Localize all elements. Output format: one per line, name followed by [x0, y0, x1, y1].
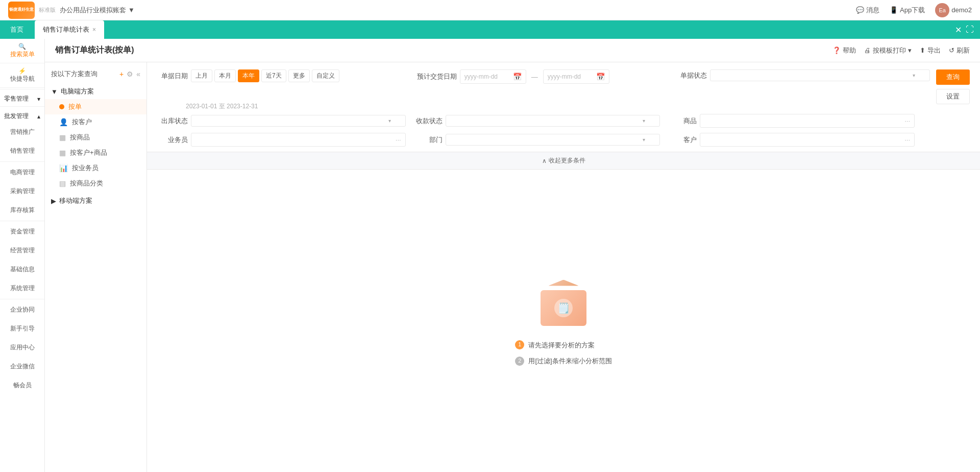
sidebar-item-member[interactable]: 畅会员: [0, 376, 44, 395]
dept-select[interactable]: ▾: [446, 134, 660, 146]
date-btn-more[interactable]: 更多: [288, 69, 310, 82]
logo-text: 畅捷通好生意: [9, 7, 34, 12]
operations-label: 经营管理: [10, 246, 35, 255]
help-button[interactable]: ❓ 帮助: [832, 46, 856, 55]
step2-label: 2: [518, 356, 521, 366]
scheme-panel: 按以下方案查询 + ⚙ « ▼ 电脑端方案 按单: [45, 62, 147, 472]
hint2-text: 用[过滤]条件来缩小分析范围: [528, 355, 611, 367]
date-sep: —: [529, 73, 540, 81]
sidebar-item-operations[interactable]: 经营管理: [0, 241, 44, 260]
scheme-mobile-title[interactable]: ▶ 移动端方案: [45, 193, 146, 208]
calendar-icon-from: 📅: [513, 73, 522, 81]
message-button[interactable]: 💬 消息: [856, 6, 879, 15]
sidebar-item-inventory[interactable]: 库存核算: [0, 201, 44, 220]
date-btn-this-year[interactable]: 本年: [238, 69, 259, 82]
sidebar-item-search-menu[interactable]: 🔍 搜索菜单: [0, 39, 44, 63]
status-select[interactable]: ▾: [710, 69, 930, 81]
sales-label: 销售管理: [10, 147, 35, 155]
window-close-icon[interactable]: ✕: [955, 25, 962, 35]
page-title: 销售订单统计表(按单): [55, 45, 134, 62]
out-status-chevron-icon: ▾: [388, 118, 391, 124]
app-download-label: App下载: [900, 6, 925, 15]
settings-button[interactable]: 设置: [936, 89, 970, 104]
empty-hint-1: 1 请先选择要分析的方案: [515, 339, 611, 351]
quick-nav-icon: ⚡: [2, 67, 42, 75]
sidebar-item-appcenter[interactable]: 应用中心: [0, 338, 44, 357]
sidebar-item-corp[interactable]: 企业协同: [0, 300, 44, 319]
sidebar-item-wholesale[interactable]: 批发管理 ▴: [0, 108, 44, 123]
scheme-desktop-title[interactable]: ▼ 电脑端方案: [45, 84, 146, 99]
scheme-add-icon[interactable]: +: [119, 70, 124, 78]
sidebar-item-sales[interactable]: 销售管理: [0, 141, 44, 160]
dept-chevron-icon: ▾: [643, 137, 645, 143]
refresh-button[interactable]: ↺ 刷新: [949, 46, 970, 55]
empty-illustration: 🗒️: [530, 275, 597, 331]
collapse-icon: ∧: [542, 157, 547, 164]
print-icon: 🖨: [864, 46, 871, 54]
payment-status-select[interactable]: ▾: [446, 115, 660, 127]
date-btn-custom[interactable]: 自定义: [312, 69, 339, 82]
scheme-item-by-order[interactable]: 按单: [45, 99, 146, 114]
user-menu[interactable]: Ea demo2: [935, 3, 972, 17]
sidebar-item-retail[interactable]: 零售管理 ▾: [0, 90, 44, 105]
sidebar-item-marketing[interactable]: 营销推广: [0, 123, 44, 141]
collapse-bar[interactable]: ∧ 收起更多条件: [147, 152, 980, 170]
sidebar: 🔍 搜索菜单 ⚡ 快捷导航 零售管理 ▾ 批发管理 ▴ 营销推广 销售管理 电商…: [0, 39, 45, 472]
print-label: 按模板打印: [873, 46, 906, 55]
tab-sales-order[interactable]: 销售订单统计表 ×: [35, 20, 104, 39]
scheme-item-by-category-label: 按商品分类: [70, 179, 103, 188]
dropdown-arrow-icon: ▼: [128, 6, 135, 14]
out-status-select[interactable]: ▾: [191, 115, 406, 127]
customer-dots-icon: ···: [904, 136, 910, 144]
date-btn-last-month[interactable]: 上月: [191, 69, 212, 82]
right-panel: 单据日期 上月 本月 本年 近7天 更多 自定义 预计交货日期: [147, 62, 980, 472]
sidebar-item-basic[interactable]: 基础信息: [0, 260, 44, 279]
goods-label: 商品: [666, 116, 697, 126]
scheme-collapse-icon[interactable]: «: [136, 70, 140, 78]
basic-label: 基础信息: [10, 265, 35, 274]
search-menu-label: 搜索菜单: [2, 50, 42, 59]
print-template-button[interactable]: 🖨 按模板打印 ▾: [864, 46, 912, 55]
expected-date-from[interactable]: yyyy-mm-dd 📅: [460, 69, 526, 84]
grid-icon: ▦: [59, 133, 66, 141]
scheme-settings-icon[interactable]: ⚙: [127, 70, 133, 78]
goods-input[interactable]: ···: [700, 114, 915, 128]
tab-sales-order-label: 销售订单统计表: [43, 25, 89, 34]
window-maximize-icon[interactable]: ⛶: [966, 25, 974, 34]
sidebar-item-system[interactable]: 系统管理: [0, 279, 44, 298]
payment-status-label: 收款状态: [412, 116, 443, 126]
scheme-item-by-customer-goods[interactable]: ▦ 按客户+商品: [45, 145, 146, 160]
empty-hints: 1 请先选择要分析的方案 2 用[过滤]条件来缩小分析范围: [515, 339, 611, 367]
sidebar-item-corpwechat[interactable]: 企业微信: [0, 357, 44, 376]
scheme-item-by-salesman[interactable]: 📊 按业务员: [45, 160, 146, 176]
sidebar-item-ecommerce[interactable]: 电商管理: [0, 163, 44, 182]
sidebar-item-purchase[interactable]: 采购管理: [0, 182, 44, 201]
app-download-button[interactable]: 📱 App下载: [890, 6, 925, 15]
expected-date-to[interactable]: yyyy-mm-dd 📅: [543, 69, 609, 84]
tab-home-label: 首页: [10, 25, 23, 34]
scheme-item-by-category[interactable]: ▤ 按商品分类: [45, 176, 146, 191]
table-icon: ▤: [59, 179, 66, 187]
salesman-dots-icon: ···: [396, 136, 401, 144]
tab-close-icon[interactable]: ×: [92, 26, 96, 33]
app-name-dropdown[interactable]: 办公用品行业模拟账套 ▼: [60, 6, 135, 15]
active-dot-icon: [59, 104, 64, 109]
system-label: 系统管理: [10, 284, 35, 293]
export-button[interactable]: ⬆ 导出: [920, 46, 941, 55]
tab-home[interactable]: 首页: [0, 20, 34, 39]
date-btn-last7[interactable]: 近7天: [261, 69, 286, 82]
sidebar-item-newuser[interactable]: 新手引导: [0, 319, 44, 338]
sidebar-item-finance[interactable]: 资金管理: [0, 222, 44, 241]
inventory-label: 库存核算: [10, 206, 35, 215]
collapse-label: 收起更多条件: [549, 156, 585, 165]
customer-input[interactable]: ···: [700, 133, 915, 147]
main-layout: 🔍 搜索菜单 ⚡ 快捷导航 零售管理 ▾ 批发管理 ▴ 营销推广 销售管理 电商…: [0, 39, 980, 472]
scheme-item-by-customer[interactable]: 👤 按客户: [45, 114, 146, 130]
salesman-input[interactable]: ···: [191, 133, 406, 147]
message-label: 消息: [866, 6, 879, 15]
query-button[interactable]: 查询: [936, 69, 970, 85]
date-btn-this-month[interactable]: 本月: [214, 69, 236, 82]
sidebar-item-quick-nav[interactable]: ⚡ 快捷导航: [0, 63, 44, 88]
scheme-item-by-goods[interactable]: ▦ 按商品: [45, 130, 146, 145]
payment-status-chevron-icon: ▾: [643, 118, 645, 124]
